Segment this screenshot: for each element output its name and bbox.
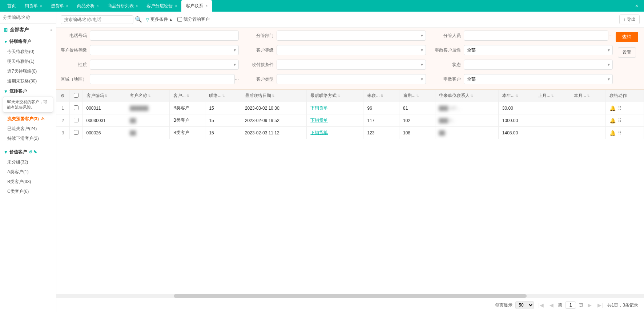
close-icon[interactable]: × [66, 4, 68, 8]
last-page-button[interactable]: ▶| [596, 302, 604, 308]
sidebar-item-all-customers[interactable]: ⊞ 全部客户 « [0, 24, 56, 36]
more-conditions-button[interactable]: ▽ 更多条件 ▲ [146, 16, 173, 23]
close-icon[interactable]: × [136, 4, 138, 8]
row-checkbox[interactable] [74, 130, 79, 135]
filter-select-retail-attr[interactable]: 全部 [464, 45, 613, 55]
filter-select-cust-type[interactable] [277, 74, 426, 84]
sidebar-group-pending[interactable]: ▼ 待联络客户 [0, 36, 56, 47]
table-header-contacts[interactable]: 往来单位联系人 ⇅ [435, 90, 498, 102]
close-icon[interactable]: × [205, 4, 208, 8]
my-customers-checkbox[interactable] [177, 17, 182, 22]
sidebar-item-today-pending[interactable]: 今天待联络(0) [0, 47, 56, 57]
sort-arrows-icon[interactable]: ⇅ [272, 94, 275, 98]
sort-arrows-icon[interactable]: ⇅ [105, 94, 108, 98]
filter-select-nature[interactable] [90, 60, 239, 70]
sidebar-item-class-b[interactable]: B类客户(33) [0, 177, 56, 187]
sort-arrows-icon[interactable]: ⇅ [587, 94, 590, 98]
table-header-this-month[interactable]: 本月... ⇅ [570, 90, 606, 102]
settings-button[interactable]: 设置 [618, 47, 636, 58]
contact-icon[interactable]: 🔔 [609, 130, 616, 136]
sidebar-item-declining[interactable]: 持续下滑客户(2) [0, 134, 56, 143]
sidebar-item-overdue-pending[interactable]: 逾期未联络(30) [0, 76, 56, 86]
prev-page-button[interactable]: ◀ [548, 302, 555, 308]
sidebar-group-dormant[interactable]: ▼ 沉睡客户 [0, 86, 56, 97]
refresh-icon[interactable]: ↺ [28, 150, 32, 155]
filter-select-cust-grade[interactable] [277, 45, 426, 55]
table-header-cust-type[interactable]: 客户... ⇅ [169, 90, 205, 102]
row-checkbox[interactable] [74, 105, 79, 110]
current-page-input[interactable] [565, 301, 576, 309]
table-header-code[interactable]: 客户编码 ⇅ [82, 90, 126, 102]
row-last-method[interactable]: 下销货单 [307, 114, 363, 127]
sidebar-item-churn-warning[interactable]: 流失预警客户(3) ⚠ [0, 114, 56, 124]
nav-tab-customer-contact[interactable]: 客户联系 × [181, 0, 212, 12]
table-header-last-method[interactable]: 最后联络方式 ⇅ [307, 90, 363, 102]
search-input[interactable] [61, 15, 133, 24]
sort-arrows-icon[interactable]: ⇅ [381, 94, 383, 98]
settings-icon[interactable]: ⚙ [61, 93, 65, 98]
filter-select-retail-cust[interactable]: 全部 [464, 74, 613, 84]
filter-input-phone[interactable] [90, 31, 239, 41]
region-dots-button[interactable]: ··· [235, 76, 239, 82]
nav-tab-home[interactable]: 首页 [3, 0, 20, 12]
close-icon[interactable]: × [175, 4, 177, 8]
sort-arrows-icon[interactable]: ⇅ [470, 94, 473, 98]
filter-select-status[interactable] [464, 60, 613, 70]
page-size-select[interactable]: 50 100 200 [515, 301, 534, 309]
close-icon[interactable]: × [97, 4, 99, 8]
sort-arrows-icon[interactable]: ⇅ [337, 94, 340, 98]
table-header-last-date[interactable]: 最后联络日期 ⇅ [241, 90, 306, 102]
next-page-button[interactable]: ▶ [586, 302, 593, 308]
filter-select-payment[interactable] [277, 60, 426, 70]
sidebar-item-tomorrow-pending[interactable]: 明天待联络(1) [0, 57, 56, 66]
nav-tab-sales[interactable]: 销货单 × [20, 0, 47, 12]
sort-arrows-icon[interactable]: ⇅ [148, 94, 151, 98]
filter-select-dept[interactable] [277, 31, 426, 41]
row-checkbox[interactable] [74, 118, 79, 122]
select-all-checkbox[interactable] [74, 93, 79, 98]
nav-tab-goods-analysis[interactable]: 商品分析 × [73, 0, 103, 12]
chevron-left-icon[interactable]: « [50, 28, 52, 32]
nav-tab-purchase[interactable]: 进货单 × [47, 0, 73, 12]
close-icon[interactable]: × [40, 4, 42, 8]
row-last-method[interactable]: 下销货单 [307, 127, 363, 139]
sidebar-item-class-a[interactable]: A类客户(1) [0, 167, 56, 177]
person-dots-button[interactable]: ··· [608, 33, 613, 39]
sidebar-search-input[interactable] [3, 15, 56, 20]
table-header-name[interactable]: 客户名称 ⇅ [126, 90, 170, 102]
contact-icon[interactable]: 🔔 [609, 118, 616, 123]
sidebar-group-value[interactable]: ▼ 价值客户 ↺ ✎ [0, 147, 56, 157]
more-actions-icon[interactable]: ⠿ [618, 130, 621, 136]
row-last-method[interactable]: 下销货单 [307, 102, 363, 114]
sort-arrows-icon[interactable]: ⇅ [515, 94, 518, 98]
table-header-contact[interactable]: 联络... ⇅ [205, 90, 241, 102]
sort-arrows-icon[interactable]: ⇅ [186, 94, 189, 98]
first-page-button[interactable]: |◀ [537, 302, 545, 308]
nav-tab-goods-list[interactable]: 商品分析列表 × [103, 0, 142, 12]
edit-icon[interactable]: ✎ [33, 150, 37, 155]
filter-input-person[interactable] [464, 31, 609, 41]
export-button[interactable]: ↑ 导出 [619, 15, 640, 24]
more-actions-icon[interactable]: ⠿ [618, 118, 621, 123]
scrollbar-thumb[interactable] [174, 294, 526, 298]
table-header-settings[interactable]: ⚙ [56, 90, 69, 102]
table-header-uncontacted[interactable]: 未联... ⇅ [363, 90, 399, 102]
sidebar-item-churned[interactable]: 已流失客户(24) [0, 124, 56, 134]
horizontal-scrollbar[interactable] [56, 294, 644, 298]
sort-arrows-icon[interactable]: ⇅ [416, 94, 419, 98]
close-all-tabs-button[interactable]: × [632, 3, 641, 9]
filter-input-region[interactable] [90, 74, 235, 84]
query-button[interactable]: 查询 [616, 32, 638, 42]
sidebar-item-unclassified[interactable]: 未分组(32) [0, 157, 56, 167]
search-button[interactable]: 🔍 [135, 16, 142, 23]
sidebar-item-class-c[interactable]: C类客户(6) [0, 187, 56, 196]
table-header-this-year[interactable]: 本年... ⇅ [498, 90, 534, 102]
sort-arrows-icon[interactable]: ⇅ [222, 94, 225, 98]
more-actions-icon[interactable]: ⠿ [618, 105, 621, 111]
sidebar-item-week-pending[interactable]: 近7天待联络(0) [0, 66, 56, 76]
table-header-last-month[interactable]: 上月... ⇅ [534, 90, 570, 102]
nav-tab-customer-layer[interactable]: 客户分层经营 × [142, 0, 181, 12]
sort-arrows-icon[interactable]: ⇅ [551, 94, 554, 98]
filter-select-price-grade[interactable] [90, 45, 239, 55]
table-header-overdue[interactable]: 逾期... ⇅ [399, 90, 435, 102]
